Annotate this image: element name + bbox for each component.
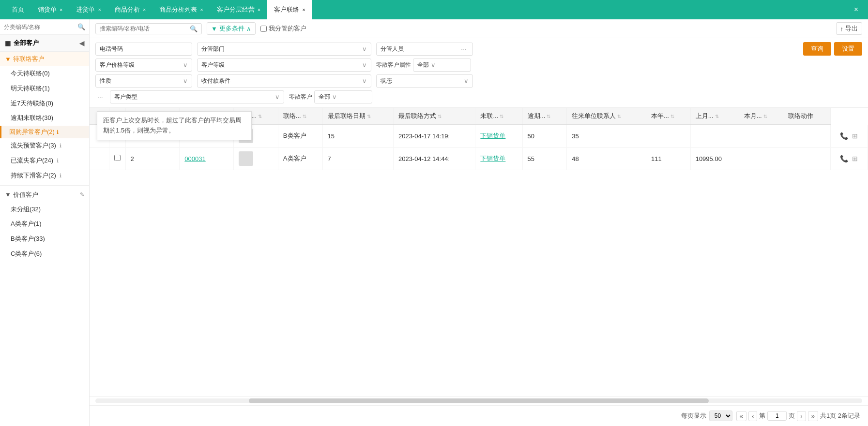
next-page-button[interactable]: ›	[797, 411, 806, 421]
sort-icon-related[interactable]: ⇅	[617, 114, 621, 119]
sidebar-group2-value[interactable]: ▼ 价值客户 ✎	[0, 188, 89, 202]
filter-customer-type-field[interactable]: 客户类型 ∨	[110, 90, 284, 103]
filter-search-icon[interactable]: 🔍	[190, 25, 198, 32]
filter-gender-field[interactable]: 性质 ∨	[95, 74, 192, 88]
sidebar-group-pending[interactable]: ▼ 待联络客户	[0, 52, 89, 66]
row1-grid-action-icon[interactable]: ⊞	[852, 132, 858, 140]
first-page-button[interactable]: «	[736, 411, 746, 421]
pagination-bar: 每页显示 50 « ‹ 第 页 › » 共1页 2条记录	[90, 405, 868, 426]
row2-last-method-link[interactable]: 下销货单	[480, 155, 505, 162]
scroll-track[interactable]	[95, 398, 862, 403]
filter-payment-field[interactable]: 收付款条件 ∨	[197, 74, 371, 88]
row2-checkbox-cell[interactable]	[109, 147, 125, 170]
sort-icon-date[interactable]: ⇅	[367, 114, 371, 119]
sidebar-all-label: 全部客户	[14, 39, 39, 47]
sidebar-item-overdue[interactable]: 逾期未联络(30)	[0, 111, 89, 126]
sort-icon-this-month[interactable]: ⇅	[763, 114, 767, 119]
sidebar-item-c-class[interactable]: C类客户(6)	[0, 247, 89, 262]
sort-icon-overdue[interactable]: ⇅	[547, 114, 550, 119]
sidebar-item-lost[interactable]: 已流失客户(24) ℹ	[0, 153, 89, 168]
nav-item-sales[interactable]: 销货单 ×	[31, 0, 69, 19]
filter-phone-label: 电话号码	[100, 45, 188, 53]
prev-page-button[interactable]: ‹	[748, 411, 757, 421]
nav-item-customer-contact[interactable]: 客户联络 ×	[267, 0, 312, 19]
row1-last-method-link[interactable]: 下销货单	[480, 132, 505, 139]
sidebar-item-b-class[interactable]: B类客户(33)	[0, 232, 89, 247]
sidebar-item-ungrouped[interactable]: 未分组(32)	[0, 202, 89, 217]
filter-retail-attr-label: 零散客户属性	[376, 61, 411, 69]
row4-ellipsis[interactable]: ···	[95, 93, 105, 101]
filter-customer-level-field[interactable]: 客户等级 ∨	[197, 59, 371, 72]
nav-purchase-close[interactable]: ×	[98, 7, 101, 13]
row1-action: 📞 ⊞	[830, 125, 868, 147]
sort-icon-unlisted[interactable]: ⇅	[500, 114, 503, 119]
filter-manager-field[interactable]: 分管人员 ···	[376, 43, 473, 56]
filter-search-input[interactable]	[100, 25, 190, 32]
row1-action-icons: 📞 ⊞	[836, 132, 863, 140]
manager-ellipsis-btn[interactable]: ···	[459, 45, 469, 53]
filter-phone-field[interactable]: 电话号码	[95, 43, 192, 56]
filter-status-field[interactable]: 状态 ∨	[376, 74, 473, 88]
page-number-input[interactable]	[767, 411, 787, 421]
filter-retail-attr-select[interactable]: 全部 ∨	[413, 59, 471, 72]
row2-grid-action-icon[interactable]: ⊞	[852, 155, 858, 162]
filter-customer-type-label: 客户类型	[114, 93, 275, 101]
row2-overdue-text: 48	[572, 155, 579, 162]
filter-row-4: ··· 客户类型 ∨ 零散客户 全部 ∨	[95, 90, 862, 103]
row2-last-month	[739, 147, 783, 170]
sort-icon-contact[interactable]: ⇅	[303, 114, 306, 119]
settings-button[interactable]: 设置	[834, 42, 862, 56]
sidebar-search-input[interactable]	[4, 24, 77, 30]
filter-buttons: 查询 设置	[803, 42, 862, 56]
row1-phone-icon[interactable]: 📞	[840, 132, 848, 140]
query-button[interactable]: 查询	[803, 42, 831, 56]
sidebar-search-icon[interactable]: 🔍	[77, 23, 85, 30]
sidebar-all-customers-header[interactable]: ▦ 全部客户 ◀	[0, 35, 89, 52]
last-page-button[interactable]: »	[808, 411, 818, 421]
sort-icon-year[interactable]: ⇅	[670, 114, 674, 119]
sort-icon-last-month[interactable]: ⇅	[715, 114, 719, 119]
sort-icon-type[interactable]: ⇅	[258, 114, 262, 119]
row2-phone-icon[interactable]: 📞	[840, 155, 848, 162]
col-last-contact-method: 最后联络方式⇅	[393, 108, 475, 125]
nav-sales-close[interactable]: ×	[60, 7, 62, 13]
nav-item-customer-segment[interactable]: 客户分层经营 ×	[210, 0, 267, 19]
scroll-thumb[interactable]	[249, 398, 709, 403]
filter-status-label: 状态	[381, 77, 464, 85]
row2-code[interactable]: 000031	[180, 147, 234, 170]
sidebar-item-tomorrow[interactable]: 明天待联络(1)	[0, 81, 89, 96]
sidebar-item-today[interactable]: 今天待联络(0)	[0, 66, 89, 81]
filter-department-field[interactable]: 分管部门 ∨	[197, 43, 371, 56]
sidebar-item-repurchase[interactable]: 回购异常客户(2) ℹ	[0, 126, 89, 138]
sidebar-collapse-icon[interactable]: ◀	[79, 40, 84, 47]
nav-item-analysis[interactable]: 商品分析 ×	[108, 0, 152, 19]
export-button[interactable]: ↑ 导出	[836, 22, 863, 35]
row2-code-link[interactable]: 000031	[184, 155, 205, 162]
col-action: 联络动作	[783, 108, 830, 125]
filter-more-button[interactable]: ▼ 更多条件 ∧	[207, 22, 256, 35]
per-page-select[interactable]: 50	[709, 411, 732, 421]
nav-item-purchase[interactable]: 进货单 ×	[69, 0, 107, 19]
nav-item-home[interactable]: 首页	[5, 0, 31, 19]
sidebar-c-class-label: C类客户(6)	[11, 250, 42, 257]
sort-icon-method[interactable]: ⇅	[438, 114, 442, 119]
row2-checkbox[interactable]	[114, 155, 121, 161]
sidebar-item-loss-warning[interactable]: 流失预警客户(3) ℹ	[0, 138, 89, 153]
bottom-scrollbar-area[interactable]	[90, 396, 868, 405]
filter-retail-attr-value: 全部	[417, 61, 429, 69]
nav-customer-segment-close[interactable]: ×	[258, 7, 260, 13]
my-customer-checkbox-label[interactable]: 我分管的客户	[260, 24, 306, 33]
filter-retail-customer-select[interactable]: 全部 ∨	[314, 90, 372, 103]
nav-analysis-list-close[interactable]: ×	[200, 7, 203, 13]
filter-price-level-field[interactable]: 客户价格等级 ∨	[95, 59, 192, 72]
sidebar-item-a-class[interactable]: A类客户(1)	[0, 217, 89, 232]
info-icon-declining: ℹ	[60, 173, 61, 178]
sidebar-item-7days[interactable]: 近7天待联络(0)	[0, 96, 89, 111]
sidebar-item-declining[interactable]: 持续下滑客户(2) ℹ	[0, 168, 89, 183]
nav-customer-contact-close[interactable]: ×	[302, 7, 305, 13]
edit-icon[interactable]: ✎	[80, 191, 84, 198]
my-customer-checkbox[interactable]	[260, 26, 267, 32]
window-close-button[interactable]: ×	[849, 5, 863, 14]
nav-analysis-close[interactable]: ×	[143, 7, 146, 13]
nav-item-analysis-list[interactable]: 商品分析列表 ×	[152, 0, 210, 19]
